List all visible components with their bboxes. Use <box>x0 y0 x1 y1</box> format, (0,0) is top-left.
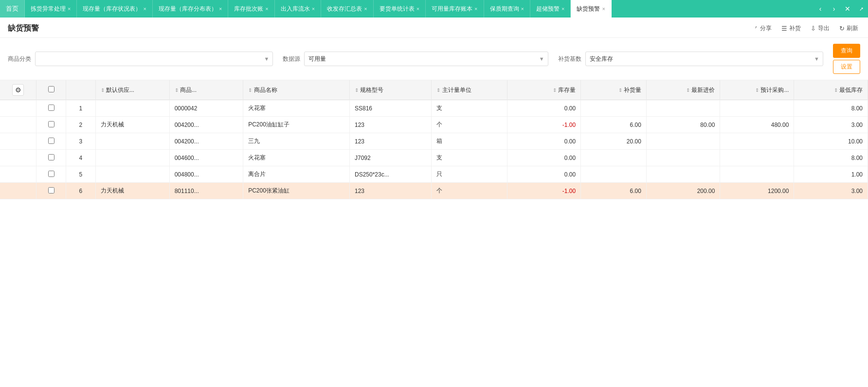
tab-requisition[interactable]: 要货单统计表 × <box>374 0 426 18</box>
sort-icon-code: ⇕ <box>175 88 179 93</box>
tab-inout[interactable]: 出入库流水 × <box>275 0 321 18</box>
row-name: PC200张紧油缸 <box>243 183 350 199</box>
replenish-label: 补货基数 <box>558 55 581 63</box>
row-replenish: 20.00 <box>581 133 647 150</box>
row-spec: J7092 <box>349 150 431 166</box>
row-number: 6 <box>66 183 95 199</box>
table-row: 4004600...火花塞J7092支0.008.00 <box>0 150 868 166</box>
replenish-icon: ☰ <box>781 25 787 32</box>
col-label-spec: 规格型号 <box>360 87 383 93</box>
sort-icon-spec: ⇕ <box>355 88 359 93</box>
col-label-price: 最新进价 <box>691 87 715 93</box>
row-checkbox-cell <box>36 100 66 117</box>
tab-available[interactable]: 可用量库存账本 × <box>426 0 484 18</box>
tab-collect[interactable]: 收发存汇总表 × <box>321 0 373 18</box>
row-stock: 0.00 <box>507 133 580 150</box>
row-stock: 0.00 <box>507 150 580 166</box>
tab-next-btn[interactable]: › <box>827 0 841 18</box>
tab-close-shortage[interactable]: × <box>602 6 605 12</box>
col-header-price[interactable]: ⇕ 最新进价 <box>646 80 720 100</box>
sort-icon-min-stock: ⇕ <box>834 88 838 93</box>
row-checkbox[interactable] <box>48 138 54 144</box>
tab-close-available[interactable]: × <box>474 6 477 12</box>
tab-close-all-btn[interactable]: ✕ <box>841 0 854 18</box>
sort-icon-unit: ⇕ <box>436 88 440 93</box>
share-btn[interactable]: ⎖ 分享 <box>752 23 774 34</box>
category-select[interactable] <box>35 52 273 66</box>
col-header-spec[interactable]: ⇕ 规格型号 <box>349 80 431 100</box>
page-header: 缺货预警 ⎖ 分享 ☰ 补货 ⇩ 导出 ↻ 刷新 <box>0 18 868 38</box>
tab-close-batch[interactable]: × <box>265 6 268 12</box>
col-header-forecast[interactable]: ⇕ 预计采购... <box>720 80 794 100</box>
col-header-checkbox <box>36 80 66 100</box>
col-label-name: 商品名称 <box>254 87 277 93</box>
filter-buttons: 查询 设置 <box>833 44 860 74</box>
tab-stock-status[interactable]: 现存量（库存状况表） × <box>77 0 152 18</box>
tab-batch[interactable]: 库存批次账 × <box>228 0 274 18</box>
tab-overstock[interactable]: 超储预警 × <box>530 0 571 18</box>
datasource-filter-group: 数据源 可用量 库存量 ▼ <box>283 52 548 66</box>
column-settings-icon[interactable]: ⚙ <box>12 84 24 96</box>
export-btn[interactable]: ⇩ 导出 <box>809 23 832 34</box>
row-spec: 123 <box>349 183 431 199</box>
tab-shortage[interactable]: 缺货预警 × <box>571 0 611 18</box>
select-all-checkbox[interactable] <box>48 86 54 92</box>
col-header-min-stock[interactable]: ⇕ 最低库存 <box>794 80 868 100</box>
page-title: 缺货预警 <box>8 23 39 34</box>
tab-close-overstock[interactable]: × <box>561 6 564 12</box>
share-icon: ⎖ <box>754 25 758 32</box>
row-checkbox[interactable] <box>48 171 54 177</box>
row-unit: 个 <box>432 183 507 199</box>
tab-home[interactable]: 首页 <box>0 0 25 18</box>
tab-close-stock-status[interactable]: × <box>143 6 146 12</box>
row-checkbox-cell <box>36 183 66 199</box>
row-forecast: 1200.00 <box>720 183 794 199</box>
table-row: 2力天机械004200...PC200油缸缸子123个-1.006.0080.0… <box>0 117 868 133</box>
row-forecast <box>720 100 794 117</box>
refresh-btn[interactable]: ↻ 刷新 <box>837 23 860 34</box>
row-supplier <box>95 100 169 117</box>
row-latest-price <box>646 100 720 117</box>
row-replenish <box>581 166 647 183</box>
col-header-supplier[interactable]: ⇕ 默认供应... <box>95 80 169 100</box>
tab-close-stock-dist[interactable]: × <box>219 6 222 12</box>
col-header-unit[interactable]: ⇕ 主计量单位 <box>432 80 507 100</box>
row-unit: 支 <box>432 150 507 166</box>
replenish-select[interactable]: 安全库存 最低库存 <box>585 52 823 66</box>
row-latest-price <box>646 150 720 166</box>
tab-close-expiry[interactable]: × <box>521 6 524 12</box>
tab-close-requisition[interactable]: × <box>416 6 419 12</box>
tab-close-inout[interactable]: × <box>312 6 315 12</box>
row-checkbox[interactable] <box>48 105 54 111</box>
col-header-code[interactable]: ⇕ 商品... <box>169 80 243 100</box>
query-button[interactable]: 查询 <box>833 44 860 58</box>
row-replenish: 6.00 <box>581 117 647 133</box>
settings-button[interactable]: 设置 <box>833 60 860 74</box>
tab-prev-btn[interactable]: ‹ <box>814 0 827 18</box>
row-forecast <box>720 150 794 166</box>
tab-close-exception[interactable]: × <box>68 6 71 12</box>
row-settings-cell <box>0 183 36 199</box>
tab-expand-btn[interactable]: ➚ <box>854 0 868 18</box>
tab-stock-dist[interactable]: 现存量（库存分布表） × <box>153 0 228 18</box>
row-checkbox[interactable] <box>48 187 54 194</box>
category-label: 商品分类 <box>8 55 31 63</box>
col-header-replenish[interactable]: ⇕ 补货量 <box>581 80 647 100</box>
export-icon: ⇩ <box>811 25 816 32</box>
row-number: 4 <box>66 150 95 166</box>
row-checkbox-cell <box>36 133 66 150</box>
col-header-stock[interactable]: ⇕ 库存量 <box>507 80 580 100</box>
row-checkbox[interactable] <box>48 121 54 127</box>
tab-expiry[interactable]: 保质期查询 × <box>484 0 530 18</box>
refresh-icon: ↻ <box>839 25 845 32</box>
tab-exception[interactable]: 拣货异常处理 × <box>25 0 77 18</box>
row-settings-cell <box>0 100 36 117</box>
sort-icon-name: ⇕ <box>248 88 252 93</box>
table-container: ⚙ ⇕ 默认供应... ⇕ 商品... ⇕ <box>0 80 868 387</box>
row-settings-cell <box>0 166 36 183</box>
col-header-name[interactable]: ⇕ 商品名称 <box>243 80 350 100</box>
replenish-btn[interactable]: ☰ 补货 <box>779 23 803 34</box>
tab-close-collect[interactable]: × <box>364 6 367 12</box>
row-checkbox[interactable] <box>48 154 54 160</box>
datasource-select[interactable]: 可用量 库存量 <box>304 52 548 66</box>
